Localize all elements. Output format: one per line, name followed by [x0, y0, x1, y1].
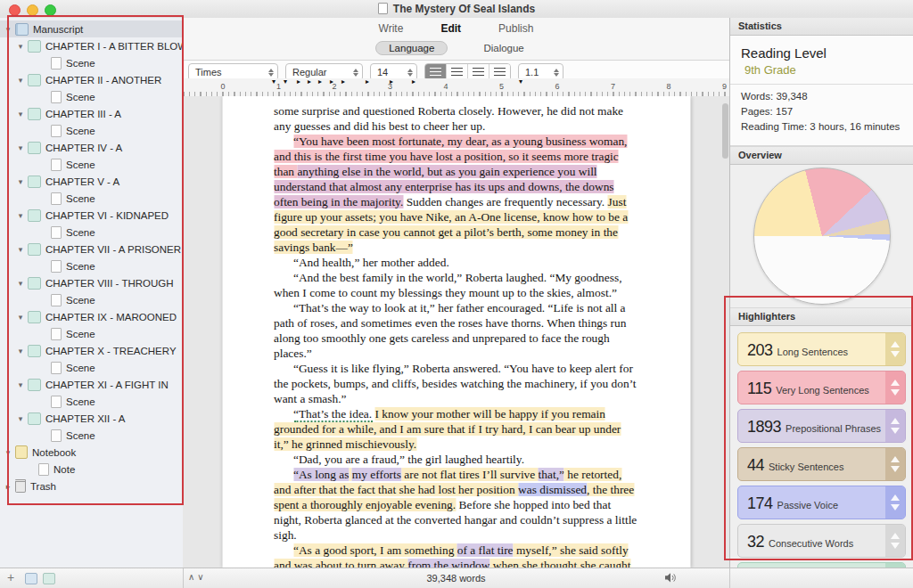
sidebar-item-trash[interactable]: ▸Trash — [0, 478, 183, 494]
sidebar-item-scene[interactable]: Scene — [0, 88, 183, 105]
disclosure-down-icon[interactable]: ▾ — [16, 347, 25, 355]
sidebar-item-scene[interactable]: Scene — [0, 359, 183, 376]
stepper-down-icon[interactable] — [891, 389, 900, 396]
sidebar-item-scene[interactable]: Scene — [0, 291, 183, 308]
stepper-down-icon[interactable] — [891, 466, 900, 472]
sidebar-item-chapter-8[interactable]: ▾CHAPTER VIII - THROUGH — [0, 274, 183, 291]
sidebar-item-chapter-11[interactable]: ▾CHAPTER XI - A FIGHT IN — [0, 376, 183, 393]
sidebar-item-scene[interactable]: Scene — [0, 393, 183, 410]
sidebar-item-chapter-2[interactable]: ▾CHAPTER II - ANOTHER — [0, 71, 183, 88]
tab-stop-marker[interactable]: ▸ — [330, 78, 333, 86]
font-family-value: Times — [195, 67, 265, 78]
disclosure-down-icon[interactable]: ▾ — [16, 177, 25, 186]
highlighter-row-very-long-sentences[interactable]: 115Very Long Sentences — [737, 371, 906, 404]
tab-stop-marker[interactable]: ▸ — [308, 78, 311, 86]
tab-stop-marker[interactable]: ▾ — [284, 78, 287, 86]
disclosure-down-icon[interactable]: ▾ — [16, 211, 25, 220]
scene-page-icon — [51, 159, 62, 171]
sidebar-item-scene[interactable]: Scene — [0, 325, 183, 342]
tab-write[interactable]: Write — [379, 22, 404, 35]
stepper-up-icon[interactable] — [891, 418, 900, 424]
sidebar-item-scene[interactable]: Scene — [0, 427, 183, 444]
subtab-language[interactable]: Language — [375, 41, 448, 55]
stepper-up-icon[interactable] — [891, 341, 900, 347]
stepper-down-icon[interactable] — [891, 428, 900, 434]
editor-scrollbar[interactable] — [722, 103, 728, 159]
tab-stop-marker[interactable]: ▸ — [341, 78, 345, 86]
disclosure-down-icon[interactable]: ▾ — [4, 448, 12, 457]
sidebar-item-chapter-1[interactable]: ▾CHAPTER I - A BITTER BLOW — [0, 37, 183, 54]
sidebar-item-scene[interactable]: Scene — [0, 257, 183, 274]
disclosure-down-icon[interactable]: ▾ — [16, 313, 25, 322]
highlighter-stepper[interactable] — [885, 448, 905, 480]
speaker-icon[interactable] — [664, 572, 677, 585]
add-folder-icon[interactable] — [43, 573, 55, 584]
align-center-icon — [451, 68, 463, 77]
disclosure-down-icon[interactable]: ▾ — [16, 380, 25, 389]
sidebar-item-chapter-12[interactable]: ▾CHAPTER XII - A — [0, 410, 183, 427]
stepper-down-icon[interactable] — [891, 504, 900, 510]
tab-publish[interactable]: Publish — [498, 22, 533, 35]
disclosure-down-icon[interactable]: ▾ — [16, 245, 25, 254]
sidebar-item-chapter-10-label: CHAPTER X - TREACHERY — [45, 346, 177, 356]
stepper-up-icon[interactable] — [891, 533, 900, 539]
disclosure-down-icon[interactable]: ▾ — [16, 143, 25, 152]
highlighter-stepper[interactable] — [885, 486, 905, 519]
sidebar-item-scene[interactable]: Scene — [0, 224, 183, 241]
stepper-down-icon[interactable] — [891, 351, 900, 357]
manuscript-page[interactable]: some surprise and questioned Roberta clo… — [222, 96, 690, 568]
highlighter-count: 115 — [747, 380, 771, 397]
disclosure-right-icon[interactable]: ▸ — [4, 482, 12, 491]
sidebar-item-chapter-5[interactable]: ▾CHAPTER V - A — [0, 173, 183, 190]
tab-stop-marker[interactable]: ▸ — [412, 78, 415, 86]
stepper-up-icon[interactable] — [891, 494, 900, 501]
scene-page-icon — [51, 260, 62, 273]
chapter-icon — [28, 412, 41, 425]
sidebar-item-scene[interactable]: Scene — [0, 122, 183, 139]
tab-stop-marker[interactable]: ▾ — [519, 78, 522, 86]
sidebar-item-scene[interactable]: Scene — [0, 54, 183, 71]
tab-stop-marker[interactable]: ▸ — [366, 78, 369, 86]
highlighter-row-long-sentences[interactable]: 203Long Sentences — [737, 332, 906, 366]
tab-stop-marker[interactable]: ▸ — [297, 78, 300, 86]
tab-edit[interactable]: Edit — [440, 22, 461, 35]
highlighter-row-prepositional-phrases[interactable]: 1893Prepositional Phrases — [737, 409, 906, 443]
disclosure-down-icon[interactable]: ▾ — [16, 279, 25, 288]
add-item-button[interactable]: + — [7, 571, 14, 584]
sidebar-item-scene[interactable]: Scene — [0, 190, 183, 207]
sidebar-item-chapter-4[interactable]: ▾CHAPTER IV - A — [0, 139, 183, 156]
sidebar-item-notebook[interactable]: ▾Notebook — [0, 444, 183, 461]
sidebar-item-chapter-3[interactable]: ▾CHAPTER III - A — [0, 105, 183, 122]
stepper-up-icon[interactable] — [891, 456, 900, 462]
highlighter-row-passive-voice[interactable]: 174Passive Voice — [737, 486, 906, 519]
sidebar-item-manuscript[interactable]: ▾Manuscript — [0, 20, 183, 37]
highlighter-row-consecutive-words[interactable]: 32Consecutive Words — [737, 524, 906, 558]
highlighter-stepper[interactable] — [885, 372, 905, 404]
highlighter-stepper[interactable] — [885, 410, 905, 442]
sidebar-item-scene[interactable]: Scene — [0, 156, 183, 173]
tab-stop-marker[interactable]: ▸ — [318, 78, 322, 86]
sidebar-item-chapter-7[interactable]: ▾CHAPTER VII - A PRISONER — [0, 241, 183, 257]
disclosure-down-icon[interactable]: ▾ — [16, 414, 25, 423]
sidebar-item-chapter-9[interactable]: ▾CHAPTER IX - MAROONED — [0, 308, 183, 325]
tab-stop-marker[interactable]: ▾ — [272, 78, 276, 86]
stepper-down-icon[interactable] — [891, 543, 900, 549]
stepper-up-icon[interactable] — [891, 380, 900, 386]
add-text-icon[interactable] — [25, 573, 37, 584]
paragraph: “As a good sport, I am something of a fl… — [274, 543, 638, 568]
sidebar-item-chapter-6[interactable]: ▾CHAPTER VI - KIDNAPED — [0, 207, 183, 224]
sidebar-item-note[interactable]: Note — [0, 461, 183, 478]
disclosure-down-icon[interactable]: ▾ — [16, 76, 25, 85]
subtab-dialogue[interactable]: Dialogue — [471, 42, 536, 54]
sidebar-item-chapter-10[interactable]: ▾CHAPTER X - TREACHERY — [0, 342, 183, 359]
highlighter-row-sticky-sentences[interactable]: 44Sticky Sentences — [737, 447, 906, 481]
scene-page-icon — [51, 125, 62, 137]
disclosure-down-icon[interactable]: ▾ — [16, 110, 25, 118]
ruler[interactable]: 0123456789 ▾▾▸▸▸▸▸▸▸▸▾ — [183, 78, 729, 97]
project-sidebar: ▾Manuscript▾CHAPTER I - A BITTER BLOWSce… — [0, 18, 184, 568]
disclosure-down-icon[interactable]: ▾ — [4, 25, 12, 34]
highlighter-stepper[interactable] — [885, 333, 905, 365]
disclosure-down-icon[interactable]: ▾ — [16, 42, 25, 51]
highlighter-stepper[interactable] — [885, 525, 905, 557]
tab-stop-marker[interactable]: ▸ — [390, 78, 393, 86]
